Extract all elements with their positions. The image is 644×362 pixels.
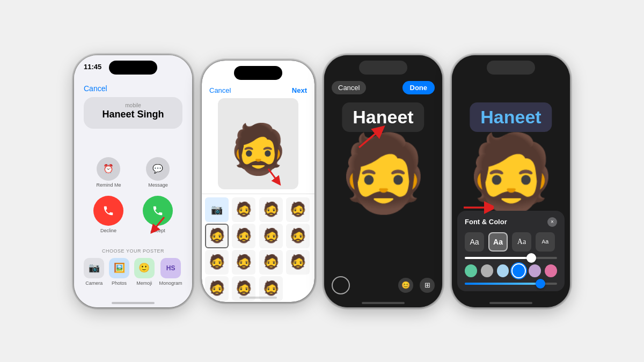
poster-options: 📷 Camera 🖼️ Photos 🙂 Memoji HS Monogram — [82, 258, 185, 286]
phone-3: Cancel Done Haneet 🧔 😊 ⊞ — [324, 55, 442, 307]
call-actions-row: ⏰ Remind Me 💬 Message — [84, 157, 182, 188]
panel-header: Font & Color × — [465, 217, 557, 227]
monogram-poster-option[interactable]: HS Monogram — [159, 258, 182, 286]
camera-poster-label: Camera — [85, 280, 103, 286]
face-icon-3[interactable]: 😊 — [398, 278, 413, 293]
font-option-3[interactable]: Aa — [536, 232, 555, 252]
home-indicator-1 — [112, 302, 155, 304]
cancel-pill-3[interactable]: Cancel — [332, 81, 366, 94]
memoji-main-figure: 🧔 — [228, 125, 288, 173]
svg-line-5 — [359, 130, 379, 147]
dynamic-island-1 — [109, 61, 157, 75]
decline-label: Decline — [100, 228, 116, 233]
camera-poster-icon: 📷 — [84, 258, 104, 278]
poster-label: CHOOSE YOUR POSTER — [82, 248, 185, 254]
memoji-cell-1[interactable]: 🧔 — [259, 197, 283, 222]
camera-cell[interactable]: 📷 — [205, 197, 229, 222]
name-text-4: Haneet — [480, 107, 541, 127]
font-color-panel: Font & Color × Aa Aa Aa Aa — [457, 211, 565, 291]
color-swatch-green[interactable] — [465, 264, 477, 277]
memoji-cell-4[interactable]: 🧔 — [259, 224, 283, 248]
color-slider-track — [465, 283, 557, 285]
panel-title: Font & Color — [465, 218, 507, 226]
bottom-icons-3: 😊 ⊞ — [398, 278, 435, 293]
home-indicator-3 — [362, 302, 405, 304]
memoji-poster-label: Memoji — [136, 280, 152, 286]
photos-poster-icon: 🖼️ — [109, 258, 129, 278]
poster-section: CHOOSE YOUR POSTER 📷 Camera 🖼️ Photos 🙂 … — [82, 248, 185, 286]
memoji-cell-10[interactable]: 🧔 — [205, 276, 229, 301]
color-slider-thumb[interactable] — [536, 279, 545, 289]
decline-call-item: Decline — [93, 196, 123, 233]
status-time-1: 11:45 — [84, 63, 101, 71]
monogram-poster-icon: HS — [160, 258, 181, 278]
memoji-cell-selected[interactable]: 🧔 — [205, 224, 229, 248]
dynamic-island-4 — [487, 61, 535, 75]
svg-line-3 — [268, 169, 278, 182]
memoji-cell-5[interactable]: 🧔 — [286, 224, 310, 248]
dynamic-island-3 — [359, 61, 407, 75]
home-indicator-4 — [489, 302, 532, 304]
remind-me-label: Remind Me — [96, 182, 121, 188]
divider-2 — [202, 194, 314, 194]
memoji-cell-3[interactable]: 🧔 — [232, 224, 255, 248]
color-swatch-pink[interactable] — [545, 264, 557, 277]
red-arrow-panel — [462, 201, 494, 216]
size-slider-thumb[interactable] — [526, 253, 536, 263]
remind-me-action: ⏰ Remind Me — [96, 157, 121, 188]
contact-card-1: mobile Haneet Singh — [84, 97, 182, 129]
size-slider-track — [465, 257, 557, 259]
memoji-cell-9[interactable]: 🧔 — [286, 250, 310, 275]
phone-1: 11:45 Cancel i mobile Haneet Singh ⏰ Rem… — [74, 55, 192, 307]
panel-close-button[interactable]: × — [547, 217, 557, 227]
phone-2-topbar: Cancel Next — [209, 86, 307, 94]
memoji-cell-6[interactable]: 🧔 — [205, 250, 229, 275]
red-arrow-name — [354, 125, 386, 154]
svg-line-1 — [153, 217, 164, 230]
memoji-cell-7[interactable]: 🧔 — [232, 250, 255, 275]
memoji-grid: 📷 🧔 🧔 🧔 🧔 🧔 🧔 🧔 🧔 🧔 🧔 🧔 🧔 🧔 🧔 — [205, 197, 311, 301]
remind-me-icon[interactable]: ⏰ — [97, 157, 120, 181]
cancel-button-1[interactable]: Cancel — [84, 84, 107, 93]
message-label: Message — [148, 182, 168, 188]
home-button-3[interactable] — [332, 276, 350, 294]
monogram-poster-label: Monogram — [159, 280, 182, 286]
color-swatch-lightblue[interactable] — [497, 264, 509, 277]
color-slider-row — [465, 283, 557, 285]
phone-3-bottom-bar: 😊 ⊞ — [332, 276, 435, 294]
font-option-2[interactable]: Aa — [512, 232, 531, 252]
message-icon[interactable]: 💬 — [146, 157, 170, 181]
camera-poster-option[interactable]: 📷 Camera — [84, 258, 104, 286]
color-swatch-gray[interactable] — [481, 264, 493, 277]
phone-1-screen: 11:45 Cancel i mobile Haneet Singh ⏰ Rem… — [74, 55, 192, 307]
contact-card-subtitle: mobile — [91, 102, 175, 108]
red-arrow-memoji — [264, 167, 283, 188]
name-display-4[interactable]: Haneet — [470, 102, 552, 132]
font-options-row: Aa Aa Aa Aa — [465, 232, 557, 252]
memoji-poster-option[interactable]: 🙂 Memoji — [134, 258, 155, 286]
done-pill-3[interactable]: Done — [402, 81, 435, 94]
memoji-cell-8[interactable]: 🧔 — [259, 250, 283, 275]
next-button-2[interactable]: Next — [292, 86, 307, 94]
color-swatches-row — [465, 264, 557, 277]
memoji-figure-4: 🧔 — [464, 136, 558, 211]
memoji-main-display: 🧔 — [218, 98, 298, 189]
phone-3-topbar: Cancel Done — [332, 81, 435, 94]
memoji-cell-0[interactable]: 🧔 — [232, 197, 255, 222]
color-swatch-blue[interactable] — [513, 264, 525, 277]
cancel-button-2[interactable]: Cancel — [209, 86, 231, 94]
memoji-cell-2[interactable]: 🧔 — [286, 197, 310, 222]
font-option-0[interactable]: Aa — [465, 232, 484, 252]
layers-icon-3[interactable]: ⊞ — [420, 278, 435, 293]
photos-poster-label: Photos — [112, 280, 127, 286]
photos-poster-option[interactable]: 🖼️ Photos — [109, 258, 129, 286]
color-swatch-purple[interactable] — [529, 264, 541, 277]
phone-4: Haneet 🧔 Font & Color × Aa Aa Aa Aa — [452, 55, 570, 307]
phone-2-screen: Cancel Next 🧔 📷 🧔 🧔 🧔 🧔 🧔 🧔 — [202, 61, 314, 302]
memoji-poster-icon: 🙂 — [134, 258, 155, 278]
font-option-1[interactable]: Aa — [488, 232, 508, 252]
phone-4-screen: Haneet 🧔 Font & Color × Aa Aa Aa Aa — [452, 55, 570, 307]
dynamic-island-2 — [234, 66, 282, 80]
decline-button[interactable] — [93, 196, 123, 226]
name-text-3: Haneet — [353, 107, 413, 127]
